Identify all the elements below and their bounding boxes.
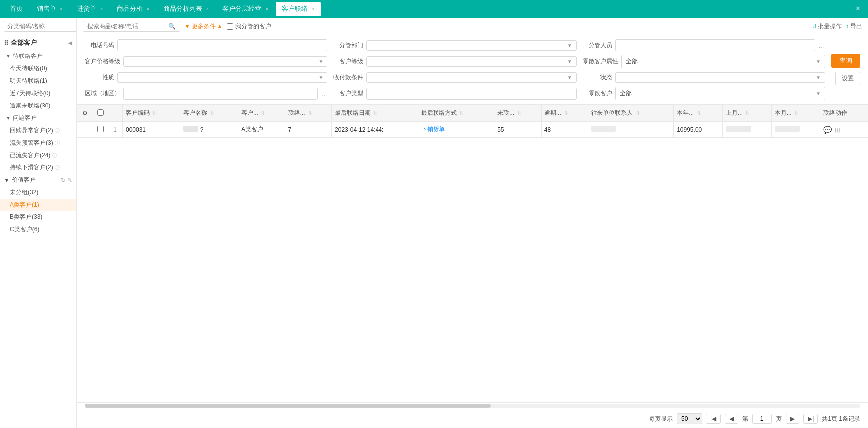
nature-select[interactable]: ▼	[117, 72, 327, 83]
tab-purchase[interactable]: 进货单 ×	[71, 2, 109, 16]
tab-customer-segment-close[interactable]: ×	[265, 6, 268, 12]
export-btn[interactable]: ↑ 导出	[846, 22, 862, 31]
all-customers-header[interactable]: ⠿ 全部客户 ◀	[0, 35, 76, 50]
batch-op-btn[interactable]: ☑ 批量操作	[811, 22, 842, 31]
td-this-year: 10995.00	[674, 122, 723, 138]
window-close-button[interactable]: ×	[852, 4, 864, 13]
retail-select[interactable]: 全部 ▼	[615, 87, 825, 100]
td-last-method[interactable]: 下销货单	[418, 122, 494, 138]
td-last-date: 2023-04-12 14:44:	[332, 122, 418, 138]
sidebar-collapse-btn[interactable]: ◀	[68, 40, 72, 46]
sidebar-item-unclassified[interactable]: 未分组(32)	[0, 186, 76, 199]
tab-sales[interactable]: 销售单 ×	[31, 2, 69, 16]
sidebar-item-overdue-label: 逾期未联络(30)	[10, 102, 50, 110]
th-code[interactable]: 客户编码 ⇅	[123, 105, 180, 122]
region-input[interactable]	[123, 88, 318, 100]
sidebar-item-class-a[interactable]: A类客户(1)	[0, 199, 76, 211]
th-this-month[interactable]: 本月... ⇅	[771, 105, 820, 122]
next-page-btn[interactable]: ▶	[786, 414, 799, 424]
query-button[interactable]: 查询	[831, 54, 860, 68]
th-contact-label: 联络...	[288, 109, 305, 116]
pending-contact-group[interactable]: ▼ 待联络客户	[0, 50, 76, 62]
th-type[interactable]: 客户... ⇅	[238, 105, 285, 122]
all-customers-label: 全部客户	[11, 38, 37, 47]
th-last-method[interactable]: 最后联络方式 ⇅	[418, 105, 494, 122]
th-overdue[interactable]: 逾期... ⇅	[541, 105, 588, 122]
th-last-date[interactable]: 最后联络日期 ⇅	[332, 105, 418, 122]
settings-gear-icon[interactable]: ⚙	[82, 110, 88, 117]
tab-customer-segment[interactable]: 客户分层经营 ×	[217, 2, 274, 16]
edit-icon[interactable]: ✎	[67, 177, 72, 184]
row-checkbox[interactable]	[97, 126, 104, 132]
tab-goods-analysis-list[interactable]: 商品分析列表 ×	[158, 2, 215, 16]
tab-customer-contact-close[interactable]: ×	[312, 6, 315, 12]
setting-button[interactable]: 设置	[835, 72, 860, 85]
scrollbar-thumb[interactable]	[85, 404, 491, 408]
sidebar-item-today[interactable]: 今天待联络(0)	[0, 62, 76, 75]
th-unit-contact[interactable]: 往来单位联系人 ⇅	[588, 105, 674, 122]
status-select[interactable]: ▼	[615, 72, 825, 83]
price-level-select[interactable]: ▼	[123, 56, 327, 67]
phone-input[interactable]	[117, 39, 327, 51]
tab-customer-contact[interactable]: 客户联络 ×	[276, 2, 321, 16]
search-input[interactable]	[87, 23, 166, 30]
customer-level-select[interactable]: ▼	[366, 56, 576, 67]
th-this-year[interactable]: 本年... ⇅	[674, 105, 723, 122]
export-label: 导出	[850, 22, 862, 31]
sidebar-item-declining[interactable]: 持续下滑客户(2) ⓘ	[0, 161, 76, 174]
td-checkbox[interactable]	[93, 122, 108, 138]
problem-customers-group[interactable]: ▼ 问题客户	[0, 112, 76, 124]
more-conditions-btn[interactable]: ▼ 更多条件 ▲	[184, 22, 223, 31]
search-icon[interactable]: 🔍	[168, 23, 176, 30]
th-this-year-label: 本年...	[677, 109, 694, 116]
sidebar-item-lostwarning[interactable]: 流失预警客户(3) ⓘ	[0, 137, 76, 149]
select-all-checkbox[interactable]	[97, 109, 104, 116]
payment-select[interactable]: ▼	[366, 72, 576, 83]
refresh-icon[interactable]: ↻	[61, 177, 66, 184]
tab-goods-analysis-close[interactable]: ×	[147, 6, 150, 12]
sidebar-item-lost[interactable]: 已流失客户(24) ⓘ	[0, 149, 76, 161]
sidebar-item-repurchase-label: 回购异常客户(2)	[10, 126, 53, 135]
th-settings[interactable]: ⚙	[77, 105, 93, 122]
sidebar-item-tomorrow[interactable]: 明天待联络(1)	[0, 75, 76, 87]
th-name[interactable]: 客户名称 ⇅	[180, 105, 238, 122]
sidebar-item-overdue[interactable]: 逾期未联络(30)	[0, 100, 76, 112]
filter-retail: 零散客户 全部 ▼	[583, 87, 825, 100]
sidebar-item-class-b[interactable]: B类客户(33)	[0, 211, 76, 223]
region-dots-icon[interactable]: …	[321, 90, 327, 98]
sidebar-search-input[interactable]	[4, 21, 77, 32]
last-page-btn[interactable]: ▶|	[803, 414, 818, 424]
th-contact[interactable]: 联络... ⇅	[285, 105, 332, 122]
per-page-select[interactable]: 50 100 200	[677, 413, 702, 424]
first-page-btn[interactable]: |◀	[706, 414, 721, 424]
action-buttons: ☑ 批量操作 ↑ 导出	[811, 22, 862, 31]
qr-icon[interactable]: ⊞	[835, 126, 841, 134]
sidebar-item-repurchase[interactable]: 回购异常客户(2) ⓘ	[0, 124, 76, 137]
th-last-month[interactable]: 上月... ⇅	[722, 105, 771, 122]
person-input[interactable]	[615, 39, 815, 51]
sidebar-item-class-c[interactable]: C类客户(6)	[0, 223, 76, 236]
th-no-contact[interactable]: 未联... ⇅	[494, 105, 542, 122]
tab-goods-analysis-list-close[interactable]: ×	[206, 6, 209, 12]
tab-sales-close[interactable]: ×	[60, 6, 63, 12]
page-num-input[interactable]	[752, 414, 772, 424]
customer-type-input[interactable]	[366, 88, 576, 100]
value-customers-group[interactable]: ▼ 价值客户 ↻ ✎	[0, 174, 76, 186]
home-tab[interactable]: 首页	[4, 4, 29, 13]
prev-page-btn[interactable]: ◀	[725, 414, 738, 424]
person-dots-icon[interactable]: …	[818, 41, 825, 49]
tab-goods-analysis[interactable]: 商品分析 ×	[111, 2, 156, 16]
sidebar-item-7days[interactable]: 近7天待联络(0)	[0, 87, 76, 100]
last-method-link[interactable]: 下销货单	[421, 126, 445, 133]
dept-select[interactable]: ▼	[366, 40, 576, 51]
tab-purchase-close[interactable]: ×	[100, 6, 103, 12]
my-customers-filter: 我分管的客户	[227, 22, 271, 31]
th-checkbox[interactable]	[93, 105, 108, 122]
chat-icon[interactable]: 💬	[823, 126, 832, 134]
retail-attr-label: 零散客户属性	[583, 57, 618, 66]
tab-customer-contact-label: 客户联络	[282, 4, 308, 13]
td-code: 000031	[123, 122, 180, 138]
retail-attr-select[interactable]: 全部 ▼	[621, 55, 825, 68]
my-customers-checkbox[interactable]	[227, 23, 233, 30]
sort-icon-overdue: ⇅	[564, 110, 568, 116]
